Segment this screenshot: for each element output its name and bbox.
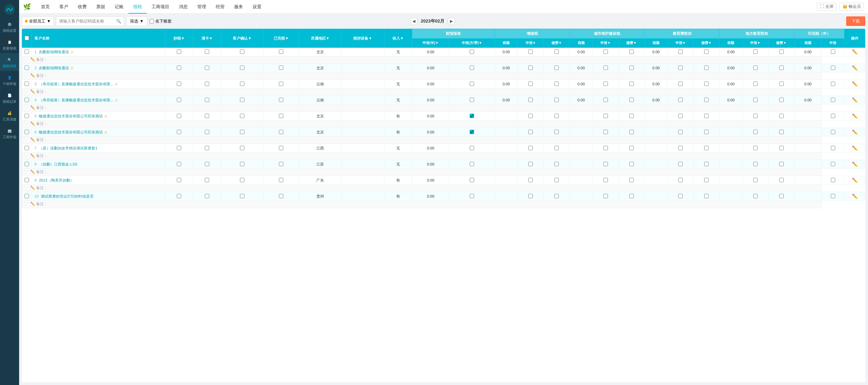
nav-item-fuwu[interactable]: 服务 bbox=[229, 0, 248, 14]
sidebar-item-geshui-shenbao[interactable]: 👤 个税申报 bbox=[0, 71, 19, 89]
row-city-sb[interactable] bbox=[593, 48, 618, 56]
row-edu-sb[interactable] bbox=[668, 64, 694, 72]
row-local-jf[interactable] bbox=[768, 80, 794, 88]
row-kehuquerens[interactable] bbox=[221, 192, 264, 201]
note-edit-icon[interactable]: ✏️ bbox=[30, 89, 35, 94]
row-qingka[interactable] bbox=[193, 176, 221, 185]
row-city-jf[interactable] bbox=[618, 48, 644, 56]
row-qingka[interactable] bbox=[193, 64, 221, 72]
row-edu-jf[interactable] bbox=[694, 64, 720, 72]
row-qingka[interactable] bbox=[193, 80, 221, 88]
row-kehuquerens[interactable] bbox=[221, 160, 264, 169]
row-chaoshui[interactable] bbox=[165, 160, 193, 169]
row-vat-jf[interactable] bbox=[544, 144, 570, 153]
row-local-sb[interactable] bbox=[742, 176, 768, 185]
row-city-sb[interactable] bbox=[593, 160, 618, 169]
row-yiwanshui[interactable] bbox=[264, 48, 299, 56]
row-edu-sb[interactable] bbox=[668, 128, 694, 137]
row-stamp-sb[interactable] bbox=[822, 160, 844, 169]
row-vat-jf[interactable] bbox=[544, 64, 570, 72]
row-stamp-sb[interactable] bbox=[822, 64, 844, 72]
row-customer-name[interactable]: 9 2013（陶美芳勿删） bbox=[32, 176, 165, 185]
row-caibao-mon[interactable] bbox=[449, 176, 495, 185]
edit-icon[interactable]: ✏️ bbox=[852, 161, 858, 167]
row-vat-sb[interactable] bbox=[518, 80, 544, 88]
row-caibao-year[interactable]: 0.00 bbox=[412, 64, 449, 72]
row-edu-sb[interactable] bbox=[668, 112, 694, 120]
row-yiwanshui[interactable] bbox=[264, 192, 299, 201]
row-local-jf[interactable] bbox=[768, 112, 794, 120]
row-edu-jf[interactable] bbox=[694, 176, 720, 185]
row-qingka[interactable] bbox=[193, 128, 221, 137]
row-customer-name[interactable]: 3 （库存核算）直播畅捷通信息技术股份有限...⚠ bbox=[32, 80, 165, 88]
row-yiwanshui[interactable] bbox=[264, 176, 299, 185]
row-action[interactable]: ✏️ bbox=[844, 176, 865, 185]
row-local-jf[interactable] bbox=[768, 192, 794, 201]
row-yiwanshui[interactable] bbox=[264, 80, 299, 88]
row-city-sb[interactable] bbox=[593, 96, 618, 104]
row-local-sb[interactable] bbox=[742, 48, 768, 56]
row-city-jf[interactable] bbox=[618, 80, 644, 88]
row-kehuquerens[interactable] bbox=[221, 64, 264, 72]
search-input[interactable] bbox=[59, 19, 116, 24]
row-vat-jf[interactable] bbox=[544, 192, 570, 201]
row-select-checkbox[interactable] bbox=[22, 144, 32, 153]
row-vat-sb[interactable] bbox=[518, 128, 544, 137]
nav-item-guanli[interactable]: 管理 bbox=[193, 0, 211, 14]
row-kehuquerens[interactable] bbox=[221, 80, 264, 88]
search-box[interactable]: 🔍 bbox=[56, 16, 124, 26]
row-qingka[interactable] bbox=[193, 96, 221, 104]
row-city-jf[interactable] bbox=[618, 144, 644, 153]
row-stamp-sb[interactable] bbox=[822, 192, 844, 201]
row-vat-jf[interactable] bbox=[544, 128, 570, 137]
row-kehuquerens[interactable] bbox=[221, 128, 264, 137]
row-edu-sb[interactable] bbox=[668, 96, 694, 104]
row-city-jf[interactable] bbox=[618, 96, 644, 104]
row-caibao-mon[interactable] bbox=[449, 192, 495, 201]
row-caibao-year[interactable]: 0.00 bbox=[412, 80, 449, 88]
row-yiwanshui[interactable] bbox=[264, 112, 299, 120]
row-select-checkbox[interactable] bbox=[22, 128, 32, 137]
row-yiwanshui[interactable] bbox=[264, 144, 299, 153]
row-vat-sb[interactable] bbox=[518, 160, 544, 169]
sidebar-item-pilian-baoshui[interactable]: 📋 批量报税 bbox=[0, 35, 19, 53]
row-select-checkbox[interactable] bbox=[22, 48, 32, 56]
nav-item-gongshang[interactable]: 工商项目 bbox=[147, 0, 174, 14]
row-local-jf[interactable] bbox=[768, 176, 794, 185]
row-vat-jf[interactable] bbox=[544, 112, 570, 120]
row-chaoshui[interactable] bbox=[165, 48, 193, 56]
row-city-jf[interactable] bbox=[618, 176, 644, 185]
note-edit-icon[interactable]: ✏️ bbox=[30, 186, 35, 190]
row-kehuquerens[interactable] bbox=[221, 48, 264, 56]
row-caibao-mon[interactable] bbox=[449, 128, 495, 137]
row-select-checkbox[interactable] bbox=[22, 160, 32, 169]
note-edit-icon[interactable]: ✏️ bbox=[30, 57, 35, 61]
employee-filter[interactable]: 全部员工 ▼ bbox=[22, 16, 54, 26]
row-action[interactable]: ✏️ bbox=[844, 48, 865, 56]
row-city-jf[interactable] bbox=[618, 64, 644, 72]
row-stamp-sb[interactable] bbox=[822, 96, 844, 104]
row-city-jf[interactable] bbox=[618, 112, 644, 120]
row-local-sb[interactable] bbox=[742, 192, 768, 201]
edit-icon[interactable]: ✏️ bbox=[852, 49, 858, 55]
note-edit-icon[interactable]: ✏️ bbox=[30, 170, 35, 174]
row-action[interactable]: ✏️ bbox=[844, 128, 865, 137]
row-stamp-sb[interactable] bbox=[822, 176, 844, 185]
edit-icon[interactable]: ✏️ bbox=[852, 65, 858, 71]
edit-icon[interactable]: ✏️ bbox=[852, 97, 858, 103]
edit-icon[interactable]: ✏️ bbox=[852, 113, 858, 119]
row-stamp-sb[interactable] bbox=[822, 112, 844, 120]
row-select-checkbox[interactable] bbox=[22, 96, 32, 104]
edit-icon[interactable]: ✏️ bbox=[852, 177, 858, 183]
row-city-jf[interactable] bbox=[618, 192, 644, 201]
row-qingka[interactable] bbox=[193, 192, 221, 201]
row-qingka[interactable] bbox=[193, 112, 221, 120]
note-edit-icon[interactable]: ✏️ bbox=[30, 105, 35, 110]
row-kehuquerens[interactable] bbox=[221, 96, 264, 104]
row-local-sb[interactable] bbox=[742, 64, 768, 72]
mingxia-checkbox-input[interactable] bbox=[150, 19, 154, 24]
row-customer-name[interactable]: 10 测试斯赛的凭证打印的时候是否 bbox=[32, 192, 165, 201]
row-local-sb[interactable] bbox=[742, 128, 768, 137]
row-qingka[interactable] bbox=[193, 48, 221, 56]
row-yiwanshui[interactable] bbox=[264, 128, 299, 137]
